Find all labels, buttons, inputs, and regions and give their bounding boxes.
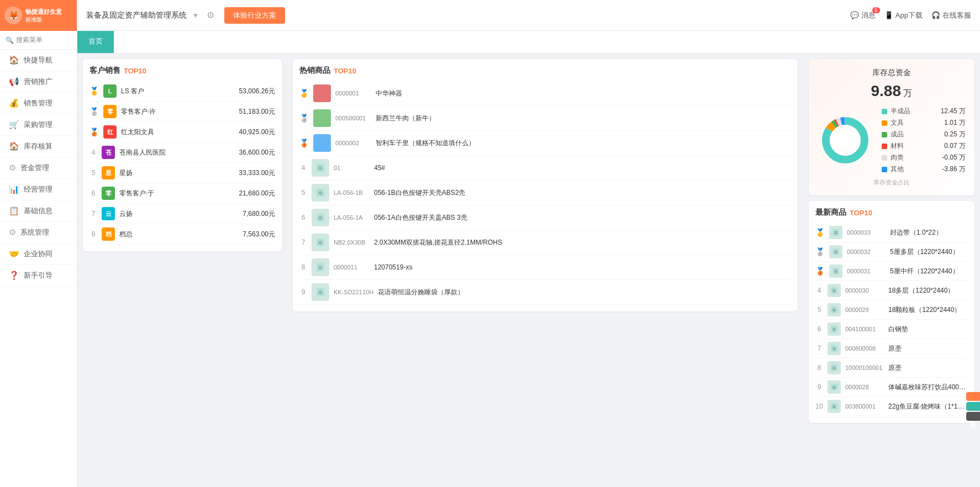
logo-main-text: 畅捷通好生意 (25, 8, 62, 15)
messages-btn[interactable]: 💬 消息 6 (850, 10, 876, 20)
latest-product-code: 0000033 (847, 229, 886, 236)
legend-value: 0.07 万 (944, 141, 966, 151)
svg-text:G: G (319, 240, 322, 245)
live-btn[interactable]: 直播 (966, 412, 980, 421)
svg-text:G: G (319, 166, 322, 171)
product-code: NB2.0X30B (334, 239, 370, 246)
sidebar-label-operations: 经营管理 (24, 184, 52, 194)
latest-product-img: G (829, 264, 842, 278)
latest-product-item: 4 G 0000030 18多层（1220*2440） (815, 281, 968, 300)
customer-value: 33,333.00元 (239, 168, 275, 178)
product-name: 056-1B白色按键开关壳ABS2壳 (374, 188, 791, 198)
customer-service-btn[interactable]: 客服热线 (966, 392, 980, 401)
customer-rank-item: 4 苍 苍南县人民医院 36,600.00元 (89, 142, 275, 163)
latest-product-img: G (828, 361, 841, 374)
customer-avatar: 档 (102, 227, 115, 241)
svg-text:G: G (319, 290, 322, 295)
info-icon: 📋 (9, 206, 19, 216)
customer-title-text: 客户销售 (89, 66, 120, 76)
legend-value: -0.05 万 (942, 153, 966, 162)
sidebar-item-quick-nav[interactable]: 🏠 快捷导航 (0, 50, 77, 71)
customer-top10-label: TOP10 (124, 67, 146, 75)
product-img-placeholder: G (312, 159, 329, 177)
legend-name: 其他 (891, 165, 939, 174)
sidebar-item-operations[interactable]: 📊 经营管理 (0, 179, 77, 200)
hot-product-item: 7 G NB2.0X30B 2.0X30MM双搓花轴,搓花直径2.1MM/ROH… (299, 230, 791, 255)
latest-product-name: 5厘中纤（1220*2440） (890, 267, 968, 276)
hot-products-title-text: 热销商品 (299, 66, 330, 76)
svg-text:G: G (834, 231, 837, 235)
legend-dot (882, 109, 887, 114)
svg-text:G: G (834, 269, 837, 273)
latest-product-name: 白钢垫 (888, 325, 968, 334)
customer-value: 40,925.00元 (239, 128, 275, 137)
hot-product-item: 4 G 01 45# (299, 156, 791, 181)
sidebar-item-finance[interactable]: ⚙ 资金管理 (0, 157, 77, 179)
sidebar-label-corp-collab: 企业协同 (24, 249, 52, 259)
product-name: 新西兰牛肉（新牛） (376, 114, 791, 123)
sidebar-label-purchase: 采购管理 (24, 120, 52, 130)
logo-icon: 🦊 (4, 7, 22, 24)
product-img (313, 84, 331, 102)
latest-product-code: 004100001 (845, 326, 884, 332)
latest-product-code: 0000032 (847, 248, 886, 255)
customer-avatar: 红 (103, 125, 117, 139)
hot-product-item: 6 G LA-056-1A 056-1A白色按键开关盖ABS 3壳 (299, 205, 791, 230)
latest-product-code: 000800008 (845, 345, 884, 352)
legend-name: 肉类 (891, 153, 939, 162)
latest-products-panel: 最新商品 TOP10 🥇 G 0000033 封边带（1.0*22） 🥈 G 0… (809, 201, 974, 423)
online-service-btn[interactable]: 🎧 在线客服 (931, 10, 971, 20)
product-code: LA-056-1B (334, 189, 370, 196)
customer-avatar: 零 (102, 187, 115, 200)
trial-btn[interactable]: 体验行业方案 (224, 7, 285, 24)
product-code: 0000011 (334, 264, 370, 271)
latest-product-code: 10000100001 (845, 364, 884, 371)
hot-products-mid-panel: 热销商品 TOP10 🥇 0000001 中华神器 🥈 000500001 新西… (293, 59, 798, 311)
legend-name: 材料 (891, 141, 941, 151)
inventory-total: 9.88 万 (818, 82, 966, 100)
headset-icon: 🎧 (931, 11, 940, 19)
sidebar-label-marketing: 营销推广 (24, 77, 52, 87)
sidebar-item-purchase[interactable]: 🛒 采购管理 (0, 114, 77, 136)
product-img (313, 109, 331, 127)
app-download-btn[interactable]: 📱 App下载 (884, 10, 923, 20)
sidebar-item-base-info[interactable]: 📋 基础信息 (0, 200, 77, 222)
product-img-placeholder: G (312, 209, 329, 226)
sidebar-label-sales: 销售管理 (24, 98, 52, 108)
legend-item: 文具 1.01 万 (882, 118, 966, 128)
logo-text: 畅捷通好生意 标准版 (25, 8, 62, 23)
sidebar-item-sales[interactable]: 💰 销售管理 (0, 93, 77, 114)
topbar-right: 💬 消息 6 📱 App下载 🎧 在线客服 (850, 10, 971, 20)
system-dropdown-btn[interactable]: ▼ (192, 12, 199, 19)
service-community-btn[interactable]: 服务社区 (966, 402, 980, 411)
search-menu-label: 搜索菜单 (16, 35, 43, 45)
svg-text:G: G (319, 265, 322, 270)
topbar-settings-btn[interactable]: ⚙ (207, 10, 214, 20)
sidebar-item-corp-collab[interactable]: 🤝 企业协同 (0, 244, 77, 265)
latest-products-list: 🥇 G 0000033 封边带（1.0*22） 🥈 G 0000032 5厘多层… (815, 223, 968, 416)
search-menu[interactable]: 🔍 搜索菜单 (0, 31, 77, 50)
customer-name: 红太阳文具 (121, 128, 235, 137)
sidebar-item-inventory[interactable]: 🏠 库存核算 (0, 136, 77, 157)
product-img-placeholder: G (312, 184, 329, 202)
sidebar-item-newbie[interactable]: ❓ 新手引导 (0, 265, 77, 287)
legend-item: 半成品 12.45 万 (882, 107, 966, 116)
customer-value: 21,680.00元 (239, 189, 275, 198)
phone-icon: 📱 (884, 11, 893, 19)
hot-product-item: 9 G KK-SD22110H 花语萌恒温分娩睡袋（厚款） (299, 280, 791, 305)
donut-chart (818, 113, 873, 168)
product-name: 中华神器 (376, 89, 791, 98)
customer-rank-item: 6 零 零售客户·于 21,680.00元 (89, 183, 275, 204)
customer-name: 档总 (119, 230, 238, 239)
latest-product-name: 原垄 (888, 344, 968, 353)
customer-name: 云扬 (119, 209, 238, 219)
sidebar-item-marketing[interactable]: 📢 营销推广 (0, 71, 77, 93)
product-code: 000500001 (335, 115, 371, 121)
svg-text:G: G (833, 308, 835, 312)
svg-text:G: G (319, 190, 322, 195)
hot-products-top10-label: TOP10 (334, 67, 356, 75)
tab-home[interactable]: 首页 (77, 31, 114, 53)
latest-product-name: 22g鱼豆腐·烧烤味（1*12*20） (888, 402, 968, 411)
sidebar-item-sys-mgmt[interactable]: ⚙ 系统管理 (0, 222, 77, 244)
app-download-label: App下载 (895, 10, 923, 20)
